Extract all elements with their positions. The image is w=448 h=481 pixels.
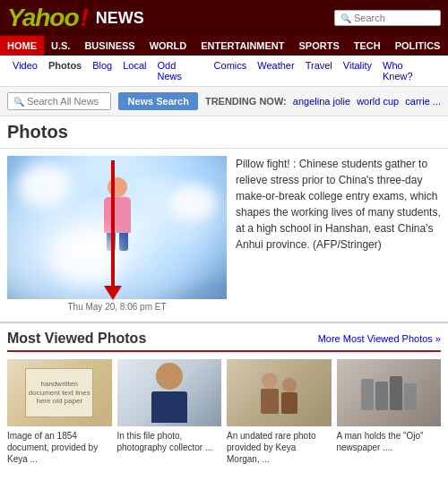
trending-carrie[interactable]: carrie ... [405,96,441,107]
search-news-input[interactable] [27,96,105,107]
nav-travel[interactable]: Travel [300,58,338,83]
trending-label: TRENDING NOW: [205,96,287,107]
nav-business[interactable]: BUSINESS [77,36,142,56]
search-all-news-box[interactable]: 🔍 [7,92,111,110]
nav-politics[interactable]: POLITICS [388,36,448,56]
photo-thumb-1[interactable]: handwritten document text lines here old… [7,359,112,426]
header-search-input[interactable] [354,13,435,23]
nav-us[interactable]: U.S. [44,36,77,56]
nav-video[interactable]: Video [7,58,43,83]
nav-tech[interactable]: TECH [347,36,388,56]
yahoo-logo-text: Yahoo [7,4,79,32]
news-search-button[interactable]: News Search [118,92,197,110]
site-header: Yahoo ! NEWS 🔍 [0,0,448,36]
person-portrait [151,363,187,423]
primary-navigation: HOME U.S. BUSINESS WORLD ENTERTAINMENT S… [0,36,448,56]
more-most-viewed-link[interactable]: More Most Viewed Photos » [318,333,441,344]
image-date-caption: Thu May 20, 8:06 pm ET [7,299,227,314]
most-viewed-section: Most Viewed Photos More Most Viewed Phot… [0,323,448,472]
most-viewed-header: Most Viewed Photos More Most Viewed Phot… [7,331,441,352]
search-bar: 🔍 News Search TRENDING NOW: angelina jol… [0,87,448,116]
foam-bubble-2 [171,185,216,220]
crowd-figures [361,376,417,410]
photos-section-heading: Photos [0,116,448,149]
nav-blog[interactable]: Blog [87,58,117,83]
red-arrow [104,160,122,300]
header-search-box[interactable]: 🔍 [334,10,441,26]
nav-who-knew[interactable]: Who Knew? [377,58,441,83]
featured-image-container: Thu May 20, 8:06 pm ET [7,156,227,314]
nav-home[interactable]: HOME [0,36,44,56]
photo-thumb-3[interactable] [227,359,332,426]
document-image: handwritten document text lines here old… [25,368,93,417]
photo-caption-2: In this file photo, photography collecto… [117,430,222,453]
photo-thumb-4-content [337,359,442,426]
nav-weather[interactable]: Weather [252,58,299,83]
nav-vitality[interactable]: Vitality [338,58,377,83]
photo-thumb-1-content: handwritten document text lines here old… [7,359,112,426]
nav-odd-news[interactable]: Odd News [152,58,209,83]
nav-local[interactable]: Local [117,58,151,83]
photo-item-2: In this file photo, photography collecto… [117,359,222,465]
nav-world[interactable]: WORLD [142,36,194,56]
secondary-navigation: Video Photos Blog Local Odd News Comics … [0,56,448,87]
yahoo-exclamation: ! [81,4,89,32]
photo-item-3: An undated rare photo provided by Keya M… [227,359,332,465]
photo-item-1: handwritten document text lines here old… [7,359,112,465]
photo-thumb-4[interactable] [337,359,442,426]
logo: Yahoo ! NEWS [7,4,144,32]
nav-photos[interactable]: Photos [43,58,87,83]
photo-thumb-2-content [117,359,222,426]
news-logo-text: NEWS [96,9,144,28]
people-group [261,373,297,414]
nav-entertainment[interactable]: ENTERTAINMENT [194,36,291,56]
document-text: handwritten document text lines here old… [26,378,92,408]
trending-world-cup[interactable]: world cup [357,96,399,107]
foam-bubble-1 [18,163,72,208]
arrow-shaft [111,160,115,286]
photo-thumb-3-content [227,359,332,426]
photo-thumb-2[interactable] [117,359,222,426]
photo-caption-3: An undated rare photo provided by Keya M… [227,430,332,465]
photo-grid: handwritten document text lines here old… [7,359,441,465]
photo-caption-1: Image of an 1854 document, provided by K… [7,430,112,465]
search-news-icon: 🔍 [13,97,24,107]
nav-comics[interactable]: Comics [209,58,253,83]
arrow-head [104,286,122,300]
most-viewed-heading: Most Viewed Photos [7,331,146,347]
nav-sports[interactable]: SPORTS [292,36,347,56]
page-title: Photos [7,122,441,142]
featured-description: Pillow fight! : Chinese students gather … [236,156,441,314]
search-icon: 🔍 [340,13,351,23]
featured-photo-section: Thu May 20, 8:06 pm ET Pillow fight! : C… [0,149,448,323]
trending-bar: TRENDING NOW: angelina jolie world cup c… [205,96,441,107]
photo-caption-4: A man holds the "Ojo" newspaper .... [337,430,442,453]
trending-angelina-jolie[interactable]: angelina jolie [293,96,350,107]
crowd-scene [340,363,438,423]
photo-item-4: A man holds the "Ojo" newspaper .... [337,359,442,465]
